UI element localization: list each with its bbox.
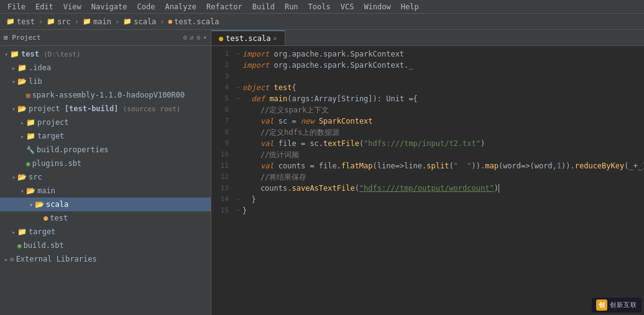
- tree-item-lib[interactable]: 📂 lib: [0, 75, 211, 88]
- watermark: 创 创新互联: [592, 298, 642, 313]
- tree-item-scala[interactable]: 📂 scala: [0, 198, 211, 211]
- tree-item-label: project: [37, 118, 69, 127]
- tree-item-build-sbt[interactable]: ◉ build.sbt: [0, 239, 211, 252]
- arrow-icon: [19, 119, 26, 126]
- sidebar-header: ⊞ Project ⚙ ⇄ ⚙ ▾: [0, 30, 211, 46]
- breadcrumb-src[interactable]: 📁 src: [44, 17, 73, 27]
- tree-item-label: lib: [29, 77, 42, 86]
- tree-item-idea[interactable]: 📁 .idea: [0, 61, 211, 75]
- code-line-7: 7 val sc = new SparkContext: [211, 116, 644, 127]
- menu-item-analyze[interactable]: Analyze: [160, 1, 201, 12]
- tree-item-label: src: [29, 173, 42, 181]
- sidebar-title: ⊞ Project: [4, 34, 41, 42]
- menu-item-help[interactable]: Help: [396, 1, 424, 12]
- arrow-icon: [27, 201, 35, 208]
- menu-item-window[interactable]: Window: [359, 1, 395, 12]
- menu-item-code[interactable]: Code: [132, 1, 160, 12]
- menu-item-edit[interactable]: Edit: [30, 1, 58, 12]
- menu-item-view[interactable]: View: [58, 1, 86, 12]
- sidebar-toolbar: ⚙ ⇄ ⚙ ▾: [183, 34, 208, 42]
- breadcrumb-scala[interactable]: 📁 scala: [121, 17, 159, 27]
- code-line-15: 15 − }: [211, 205, 644, 216]
- code-line-8: 8 //定义hdfs上的数据源: [211, 127, 644, 138]
- menu-item-build[interactable]: Build: [247, 1, 280, 12]
- folder-icon: 📁: [26, 132, 35, 140]
- code-line-14: 14 − }: [211, 194, 644, 205]
- tree-item-build-props[interactable]: 🔧 build.properties: [0, 143, 211, 157]
- code-line-11: 11 val counts = file.flatMap(line=>line.…: [211, 160, 644, 171]
- tree-item-label: project [test-build] (sources root): [29, 104, 180, 113]
- gear-icon[interactable]: ⚙: [183, 34, 188, 42]
- tree-item-project-build[interactable]: 📂 project [test-build] (sources root): [0, 102, 211, 116]
- code-line-10: 10 //统计词频: [211, 149, 644, 160]
- sbt-icon: ◉: [17, 242, 22, 250]
- menu-item-vcs[interactable]: VCS: [336, 1, 359, 12]
- main-layout: ⊞ Project ⚙ ⇄ ⚙ ▾ 📁 test (D:\test) 📁 .id…: [0, 30, 644, 315]
- arrow-icon: [10, 78, 17, 85]
- folder-icon: 📁: [123, 17, 132, 25]
- scala-file-icon: ●: [168, 17, 173, 25]
- menu-item-run[interactable]: Run: [280, 1, 303, 12]
- tree-item-label: build.properties: [37, 145, 109, 154]
- folder-open-icon: 📂: [17, 77, 27, 86]
- project-tree: 📁 test (D:\test) 📁 .idea 📂 lib ▦ spark-a…: [0, 46, 211, 315]
- folder-icon: 📁: [17, 63, 27, 72]
- folder-icon: 📁: [26, 118, 35, 127]
- tree-item-label: target: [29, 227, 55, 236]
- tree-item-label: External Libraries: [16, 255, 97, 263]
- code-line-4: 4 − object test{: [211, 82, 644, 93]
- tree-root[interactable]: 📁 test (D:\test): [0, 47, 211, 61]
- arrow-icon: [19, 133, 26, 140]
- arrow-icon: [2, 51, 10, 58]
- tree-item-project-sub[interactable]: 📁 project: [0, 116, 211, 129]
- tree-item-label: target: [37, 132, 64, 140]
- menu-item-refactor[interactable]: Refactor: [201, 1, 247, 12]
- config-icon[interactable]: ⚙: [196, 34, 201, 42]
- folder-icon: 📁: [47, 17, 55, 25]
- breadcrumb-test[interactable]: 📁 test: [4, 17, 37, 27]
- menu-item-navigate[interactable]: Navigate: [86, 1, 132, 12]
- tab-test-scala[interactable]: ● test.scala ✕: [211, 30, 285, 45]
- sync-icon[interactable]: ⇄: [190, 34, 194, 42]
- tree-item-main[interactable]: 📂 main: [0, 184, 211, 198]
- arrow-icon: [10, 106, 17, 112]
- tree-item-test-scala[interactable]: ● test: [0, 211, 211, 225]
- editor: ● test.scala ✕ 1 − import org.apache.spa…: [211, 30, 644, 315]
- tab-close-button[interactable]: ✕: [273, 35, 277, 42]
- sbt-icon: ◉: [26, 160, 30, 168]
- code-line-2: 2 import org.apache.spark.SparkContext._: [211, 60, 644, 71]
- code-line-13: 13 counts.saveAsTextFile("hdfs:///tmp/ou…: [211, 183, 644, 194]
- breadcrumb-main[interactable]: 📁 main: [80, 17, 114, 27]
- jar-icon: ▦: [26, 91, 30, 99]
- arrow-icon: [10, 65, 17, 71]
- folder-open-icon: 📂: [17, 104, 27, 113]
- tree-item-label: spark-assembly-1.1.0-hadoopV100R00: [32, 91, 185, 99]
- code-editor[interactable]: 1 − import org.apache.spark.SparkContext…: [211, 46, 644, 315]
- tree-item-label: build.sbt: [24, 241, 64, 250]
- lib-icon: ≡: [10, 255, 14, 263]
- tree-item-src[interactable]: 📂 src: [0, 170, 211, 184]
- props-icon: 🔧: [26, 146, 35, 154]
- code-line-1: 1 − import org.apache.spark.SparkContext: [211, 48, 644, 60]
- scala-icon: ●: [44, 214, 48, 222]
- menu-bar: FileEditViewNavigateCodeAnalyzeRefactorB…: [0, 0, 644, 14]
- menu-item-file[interactable]: File: [2, 1, 30, 12]
- folder-icon: 📁: [10, 50, 19, 58]
- tree-item-spark-jar[interactable]: ▦ spark-assembly-1.1.0-hadoopV100R00: [0, 88, 211, 102]
- tree-item-target-proj[interactable]: 📁 target: [0, 129, 211, 143]
- scala-tab-icon: ●: [219, 34, 223, 43]
- tree-item-target[interactable]: 📁 target: [0, 225, 211, 239]
- tree-item-label: main: [37, 186, 55, 195]
- code-line-12: 12 //将结果保存: [211, 171, 644, 183]
- breadcrumb-file[interactable]: ● test.scala: [166, 17, 222, 27]
- folder-icon: 📁: [6, 17, 15, 25]
- folder-open-icon: 📂: [17, 173, 27, 181]
- menu-item-tools[interactable]: Tools: [303, 1, 336, 12]
- tree-item-ext-lib[interactable]: ≡ External Libraries: [0, 252, 211, 266]
- tree-item-plugins-sbt[interactable]: ◉ plugins.sbt: [0, 157, 211, 170]
- collapse-icon[interactable]: ▾: [203, 34, 207, 42]
- folder-icon: 📁: [17, 227, 27, 236]
- code-line-5: 5 − def main(args:Array[String]): Unit =…: [211, 93, 644, 104]
- tree-item-label: plugins.sbt: [32, 159, 81, 168]
- breadcrumb-bar: 📁 test › 📁 src › 📁 main › 📁 scala › ● te…: [0, 14, 644, 30]
